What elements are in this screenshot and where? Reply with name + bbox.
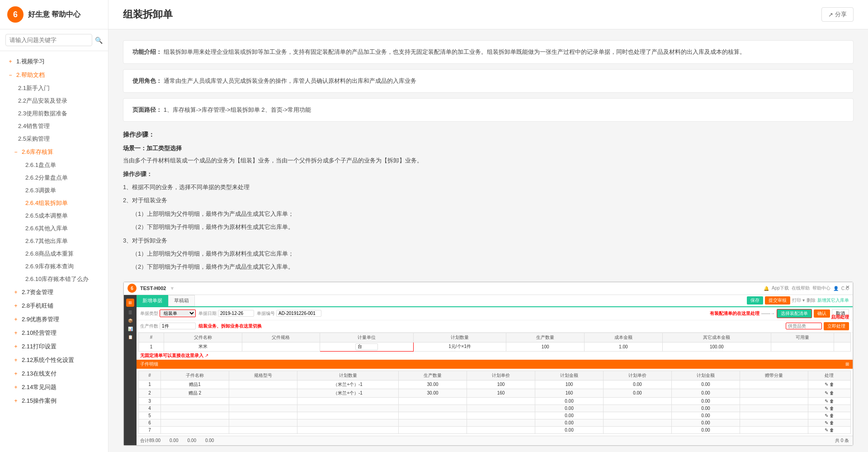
nav-item-1[interactable]: + 1.视频学习 <box>0 55 108 68</box>
erp-tab-draft[interactable]: 草稿箱 <box>168 295 195 306</box>
erp-doc-type-select[interactable]: 组装单 拆卸单 <box>160 309 196 317</box>
erp-field-no: 单据编号 <box>257 310 321 317</box>
erp-icons: 🔔 App下载 在线帮助 帮助中心 👤 C.C <box>764 285 849 291</box>
nav-sub-item-2-6-8[interactable]: 2.6.8商品成本重算 <box>0 247 108 260</box>
nav-sub-item-2-6-6[interactable]: 2.6.6其他入库单 <box>0 222 108 235</box>
expand-icon-2-12: + <box>13 357 19 363</box>
erp-total-3: 0.00 <box>188 438 196 443</box>
erp-table-unit-input[interactable] <box>355 343 378 350</box>
erp-more-actions[interactable]: 打印 ▾ <box>792 297 805 304</box>
nav-sub-item-2-6-9[interactable]: 2.6.9库存账本查询 <box>0 260 108 273</box>
step3-1: （1）上部明细为父件明细，最终作为原材料生成其它出库单； <box>132 248 854 259</box>
nav-item-2-6[interactable]: − 2.6库存核算 <box>0 145 108 159</box>
erp-toolbar: 保存 提交审核 打印 ▾ 删除 新增其它入库单 <box>747 296 853 305</box>
nav-label-1: 1.视频学习 <box>16 57 45 66</box>
erp-select-bom-btn[interactable]: 选择装配清单 <box>777 309 812 318</box>
nav-sub-item-2-2[interactable]: 2.2产品安装及登录 <box>0 95 108 107</box>
nav-sub-item-2-5[interactable]: 2.5采购管理 <box>0 133 108 145</box>
nav-label-2-9: 2.9优惠券管理 <box>22 315 59 324</box>
erp-field-date: 单据日期 <box>198 310 254 317</box>
erp-left-nav: ⊞ ☰ 📦 📊 📋 <box>124 295 137 445</box>
nav-item-2-14[interactable]: + 2.14常见问题 <box>0 381 108 394</box>
erp-screenshot-container: 6 TEST-H002 ▼ 🔔 App下载 在线帮助 帮助中心 👤 C.C ✕ <box>123 281 854 446</box>
nav-label-2: 2.帮助文档 <box>16 71 45 79</box>
nav-sub-item-2-3[interactable]: 2.3使用前数据准备 <box>0 107 108 120</box>
erp-process-btn[interactable]: 立即处理 <box>824 322 849 330</box>
nav-sub-item-2-6-4[interactable]: 2.6.4组装拆卸单 <box>0 197 108 209</box>
erp-supplier-input[interactable] <box>786 323 822 329</box>
erp-confirm-btn[interactable]: 确认 <box>814 309 830 318</box>
nav-item-2[interactable]: − 2.帮助文档 <box>0 68 108 82</box>
share-icon: ↗ <box>828 11 833 18</box>
table-row: 1 赠品1 （米兰+个）-1 30.00 100 100 0.00 0.00 <box>139 380 851 389</box>
erp-sub-expand-icon[interactable]: ⊞ <box>845 362 849 366</box>
table-row: 4 0.00 0.00 <box>139 404 851 412</box>
table-row: 7 0.00 0.00 <box>139 426 851 433</box>
nav-sub-item-2-6-1[interactable]: 2.6.1盘点单 <box>0 159 108 171</box>
nav-item-2-9[interactable]: + 2.9优惠券管理 <box>0 313 108 326</box>
erp-nav-icon-4[interactable]: 📋 <box>128 335 133 339</box>
intro-text: 组装拆卸单用来处理企业组装或拆卸等加工业务，支持有固定装配清单的产品加工业务，也… <box>164 48 745 55</box>
nav-item-2-8[interactable]: + 2.8手机旺铺 <box>0 299 108 313</box>
nav-sub-item-2-6-5[interactable]: 2.6.5成本调整单 <box>0 209 108 222</box>
nav-sub-item-2-6-2[interactable]: 2.6.2分量盘点单 <box>0 171 108 184</box>
erp-sub-table-area: # 子件名称 规格型号 计划数量 生产数量 计划单价 计划金额 计划单价 计划金 <box>137 369 853 436</box>
search-input[interactable] <box>5 34 92 46</box>
erp-new-btn[interactable]: 新增其它入库单 <box>817 297 849 304</box>
content-area: 功能介绍： 组装拆卸单用来处理企业组装或拆卸等加工业务，支持有固定装配清单的产品… <box>108 29 868 452</box>
nav-item-2-7[interactable]: + 2.7资金管理 <box>0 285 108 299</box>
page-title: 组装拆卸单 <box>123 8 173 21</box>
erp-upper-table-area: # 父件名称 父件规格 计量单位 计划数量 生产数量 成本金额 其它成本金额 可 <box>137 333 853 352</box>
erp-main-panel: 新增单据 草稿箱 保存 提交审核 打印 ▾ 删除 新增其它入库单 <box>137 295 853 445</box>
erp-nav-icon-3[interactable]: 📊 <box>128 327 133 331</box>
nav-sub-item-2-4[interactable]: 2.4销售管理 <box>0 120 108 133</box>
nav-item-2-13[interactable]: + 2.13在线支付 <box>0 367 108 381</box>
erp-btn-approve[interactable]: 保存 <box>747 296 763 305</box>
nav-sub-item-2-1[interactable]: 2.1新手入门 <box>0 82 108 95</box>
nav-label-2-15: 2.15操作案例 <box>22 397 57 405</box>
annotation-switch-label: 组装业务、拆卸业务在这里切换 <box>198 323 262 329</box>
step2-1: （1）上部明细为父件明细，最终作为产成品生成其它入库单； <box>132 209 854 219</box>
nav-label-2-14: 2.14常见问题 <box>22 383 57 391</box>
erp-sub-form-row: 生产件数 组装业务、拆卸业务在这里切换 立即处 <box>137 320 853 333</box>
main-content: 组装拆卸单 ↗ 分享 功能介绍： 组装拆卸单用来处理企业组装或拆卸等加工业务，支… <box>108 0 868 452</box>
op-steps-title: 操作步骤： <box>123 169 854 179</box>
scene1-desc: 当由多个子件材料组装成一个成品的业务为【组装】业务，当由一个父件拆分成多个子产品… <box>123 155 854 166</box>
search-box: 🔍 <box>0 29 108 51</box>
erp-nav-icon-2[interactable]: 📦 <box>128 319 133 323</box>
step3: 3、对于拆卸业务 <box>123 235 854 246</box>
nav-label-2-6: 2.6库存核算 <box>22 148 53 156</box>
nav-sub-item-2-6-7[interactable]: 2.6.7其他出库单 <box>0 235 108 247</box>
erp-close-btn[interactable]: ✕ <box>845 284 850 290</box>
steps-title: 操作步骤： <box>123 131 854 139</box>
nav-item-2-10[interactable]: + 2.10经营管理 <box>0 326 108 340</box>
expand-icon-2-9: + <box>13 316 19 323</box>
erp-count-input[interactable] <box>160 323 196 329</box>
erp-process-container: 立即处理 启用处理 <box>824 322 849 330</box>
nav-sub-item-2-6-3[interactable]: 2.6.3调拨单 <box>0 184 108 197</box>
erp-doc-date-input[interactable] <box>218 310 254 317</box>
share-button[interactable]: ↗ 分享 <box>821 7 854 22</box>
intro-label: 功能介绍： <box>132 48 162 55</box>
erp-sub-table: # 子件名称 规格型号 计划数量 生产数量 计划单价 计划金额 计划单价 计划金 <box>138 371 851 434</box>
nav-sub-item-2-6-10[interactable]: 2.6.10库存账本错了么办 <box>0 273 108 285</box>
erp-body: ⊞ ☰ 📦 📊 📋 新增单据 草稿箱 保存 <box>124 295 853 445</box>
erp-delete-btn[interactable]: 删除 <box>807 297 816 304</box>
erp-tab-new[interactable]: 新增单据 <box>137 295 168 306</box>
nav-item-2-11[interactable]: + 2.11打印设置 <box>0 340 108 353</box>
expand-icon-2-15: + <box>13 398 19 404</box>
sidebar-header: 6 好生意 帮助中心 <box>0 0 108 29</box>
search-button[interactable]: 🔍 <box>95 37 103 44</box>
erp-btn-submit[interactable]: 提交审核 <box>765 296 790 305</box>
erp-total-label: 合计 <box>140 438 149 444</box>
erp-nav-icon-1[interactable]: ☰ <box>128 310 132 315</box>
nav-label-2-11: 2.11打印设置 <box>22 343 57 351</box>
table-row: 3 0.00 0.00 <box>139 397 851 404</box>
nav-item-2-15[interactable]: + 2.15操作案例 <box>0 394 108 408</box>
erp-doc-no-input[interactable] <box>276 310 321 317</box>
nav-item-2-12[interactable]: + 2.12系统个性化设置 <box>0 353 108 367</box>
nav-label-2-10: 2.10经营管理 <box>22 329 57 337</box>
erp-nav-home[interactable]: ⊞ <box>126 299 134 307</box>
table-row: 6 0.00 0.00 <box>139 419 851 426</box>
erp-pagination: 共 0 条 <box>835 438 849 444</box>
